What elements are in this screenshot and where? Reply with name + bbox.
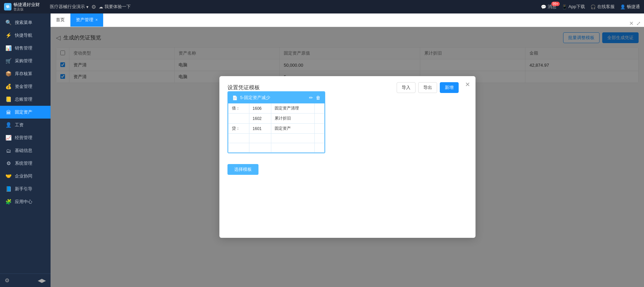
app-logo: 畅 畅捷通好业财 普及版 bbox=[4, 2, 40, 11]
sidebar-item-sales[interactable]: 📊 销售管理 bbox=[0, 42, 51, 55]
sidebar-item-payroll[interactable]: 👤 工资 bbox=[0, 119, 51, 131]
sidebar-item-app-center[interactable]: 🧩 应用中心 bbox=[0, 195, 51, 208]
edit-template-icon[interactable]: ✏ bbox=[309, 95, 313, 100]
top-bar: 畅 畅捷通好业财 普及版 医疗器械行业演示 ▾ ⚙ ☁ 我要体验一下 💬 消息 … bbox=[0, 0, 644, 13]
sidebar-item-system[interactable]: ⚙ 系统管理 bbox=[0, 157, 51, 170]
sidebar-label-inventory: 库存核算 bbox=[15, 71, 32, 77]
system-icon: ⚙ bbox=[5, 160, 11, 166]
select-template-btn[interactable]: 选择模板 bbox=[227, 164, 258, 175]
new-template-btn[interactable]: 新增 bbox=[440, 82, 459, 93]
template-empty-1d bbox=[314, 134, 324, 143]
service-icon: 🎧 bbox=[590, 4, 596, 9]
sales-icon: 📊 bbox=[5, 45, 11, 51]
tab-action-close-icon[interactable]: ✕ bbox=[629, 20, 634, 27]
ledger-icon: 📒 bbox=[5, 96, 11, 102]
template-card-header: 📄 5-固定资产减少 ✏ 🗑 bbox=[228, 92, 325, 103]
online-service-label: 在线客服 bbox=[597, 4, 615, 10]
template-name: 5-固定资产减少 bbox=[240, 95, 271, 101]
import-btn[interactable]: 导入 bbox=[397, 82, 416, 93]
template-empty-1c bbox=[271, 134, 314, 143]
tab-asset-management[interactable]: 资产管理 × bbox=[70, 13, 103, 27]
message-icon: 💬 bbox=[541, 4, 546, 9]
template-side-2 bbox=[228, 114, 249, 124]
export-btn[interactable]: 导出 bbox=[418, 82, 437, 93]
template-account-1: 固定资产清理 bbox=[271, 103, 314, 114]
finance-icon: 💰 bbox=[5, 84, 11, 90]
sidebar-label-search: 搜索菜单 bbox=[15, 20, 32, 26]
template-row-3: 贷： 1601 固定资产 bbox=[228, 124, 324, 134]
tab-action-expand-icon[interactable]: ⤢ bbox=[636, 20, 641, 27]
template-side-1: 借： bbox=[228, 103, 249, 114]
enterprise-icon: 🤝 bbox=[5, 173, 11, 179]
template-code-2: 1602 bbox=[249, 114, 271, 124]
template-row-empty-1 bbox=[228, 134, 324, 143]
sidebar-item-ledger[interactable]: 📒 总账管理 bbox=[0, 93, 51, 106]
guide-icon: 📘 bbox=[5, 186, 11, 192]
sidebar-item-finance[interactable]: 💰 资金管理 bbox=[0, 80, 51, 93]
template-empty-2a bbox=[228, 143, 249, 153]
settings-icon-btn[interactable]: ⚙ bbox=[91, 4, 96, 10]
sidebar-item-inventory[interactable]: 📦 库存核算 bbox=[0, 67, 51, 80]
template-col4-1 bbox=[314, 103, 324, 114]
app-download-btn[interactable]: 📱 App下载 bbox=[562, 4, 585, 10]
tab-bar: 首页 资产管理 × ✕ ⤢ bbox=[51, 13, 644, 27]
template-col4-3 bbox=[314, 124, 324, 134]
logo-text: 畅捷通好业财 普及版 bbox=[13, 2, 40, 11]
settings-bottom-icon[interactable]: ⚙ bbox=[5, 277, 9, 284]
template-row-1: 借： 1606 固定资产清理 bbox=[228, 103, 324, 114]
template-row-empty-2 bbox=[228, 143, 324, 153]
template-code-3: 1601 bbox=[249, 124, 271, 134]
app-center-icon: 🧩 bbox=[5, 199, 11, 205]
sidebar-item-base-info[interactable]: 🗂 基础信息 bbox=[0, 144, 51, 157]
delete-template-icon[interactable]: 🗑 bbox=[316, 95, 320, 100]
dropdown-icon: ▾ bbox=[86, 4, 89, 9]
operations-icon: 📈 bbox=[5, 135, 11, 141]
template-card-header-icons: ✏ 🗑 bbox=[309, 95, 320, 100]
sidebar-nav: 🔍 搜索菜单 ⚡ 快捷导航 📊 销售管理 🛒 采购管理 📦 库存核算 bbox=[0, 13, 51, 274]
experience-label: 我要体验一下 bbox=[104, 4, 131, 10]
top-bar-center: 医疗器械行业演示 ▾ ⚙ ☁ 我要体验一下 bbox=[50, 4, 538, 10]
sidebar: 🔍 搜索菜单 ⚡ 快捷导航 📊 销售管理 🛒 采购管理 📦 库存核算 bbox=[0, 13, 51, 287]
payroll-icon: 👤 bbox=[5, 122, 11, 128]
sidebar-item-guide[interactable]: 📘 新手引导 bbox=[0, 183, 51, 195]
top-bar-right: 💬 消息 99+ 📱 App下载 🎧 在线客服 👤 畅捷通 bbox=[541, 4, 640, 10]
collapse-icon[interactable]: ◀▶ bbox=[38, 277, 46, 284]
sidebar-item-fixed-assets[interactable]: 🏛 固定资产 bbox=[0, 106, 51, 119]
quick-nav-icon: ⚡ bbox=[5, 32, 11, 38]
user-menu[interactable]: 👤 畅捷通 bbox=[620, 4, 640, 10]
sidebar-label-sales: 销售管理 bbox=[15, 45, 32, 51]
template-card-body: 借： 1606 固定资产清理 1602 累计折旧 bbox=[228, 103, 325, 153]
online-service-btn[interactable]: 🎧 在线客服 bbox=[590, 4, 615, 10]
content-area: 首页 资产管理 × ✕ ⤢ ◁ 生成的凭证预览 bbox=[51, 13, 644, 287]
logo-icon: 畅 bbox=[4, 3, 11, 10]
message-badge: 99+ bbox=[551, 2, 560, 6]
company-selector[interactable]: 医疗器械行业演示 ▾ bbox=[50, 4, 89, 10]
template-account-3: 固定资产 bbox=[271, 124, 314, 134]
message-btn[interactable]: 💬 消息 99+ bbox=[541, 4, 556, 10]
modal-close-button[interactable]: ✕ bbox=[465, 81, 470, 88]
search-icon: 🔍 bbox=[5, 20, 11, 26]
sidebar-label-operations: 经营管理 bbox=[15, 135, 32, 141]
sidebar-label-quick-nav: 快捷导航 bbox=[15, 32, 32, 38]
template-account-2: 累计折旧 bbox=[271, 114, 314, 124]
template-side-3: 贷： bbox=[228, 124, 249, 134]
template-card: 📄 5-固定资产减少 ✏ 🗑 bbox=[227, 91, 325, 153]
template-row-2: 1602 累计折旧 bbox=[228, 114, 324, 124]
tab-home[interactable]: 首页 bbox=[51, 13, 70, 27]
template-empty-2c bbox=[271, 143, 314, 153]
template-empty-1b bbox=[249, 134, 271, 143]
page-content: ◁ 生成的凭证预览 批量调整模板 全部生成凭证 变动类型 bbox=[51, 27, 644, 287]
app-download-label: App下载 bbox=[569, 4, 585, 10]
tab-asset-label: 资产管理 bbox=[76, 17, 93, 23]
sidebar-item-purchase[interactable]: 🛒 采购管理 bbox=[0, 55, 51, 67]
sidebar-item-quick-nav[interactable]: ⚡ 快捷导航 bbox=[0, 29, 51, 42]
tab-close-icon[interactable]: × bbox=[95, 18, 98, 22]
sidebar-item-operations[interactable]: 📈 经营管理 bbox=[0, 131, 51, 144]
purchase-icon: 🛒 bbox=[5, 58, 11, 64]
experience-btn[interactable]: ☁ 我要体验一下 bbox=[99, 4, 131, 10]
sidebar-item-search[interactable]: 🔍 搜索菜单 bbox=[0, 16, 51, 29]
logo-sub-text: 普及版 bbox=[13, 7, 40, 11]
sidebar-label-base-info: 基础信息 bbox=[15, 148, 32, 154]
template-table: 借： 1606 固定资产清理 1602 累计折旧 bbox=[228, 103, 325, 153]
sidebar-item-enterprise[interactable]: 🤝 企业协同 bbox=[0, 170, 51, 183]
